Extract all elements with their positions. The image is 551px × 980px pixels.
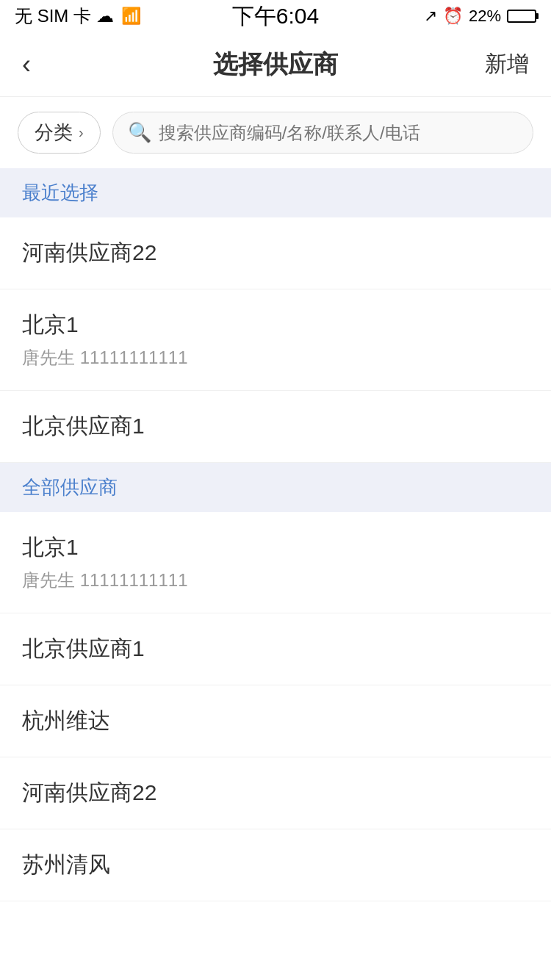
status-right: ↗ ⏰ 22%	[424, 7, 536, 26]
recent-section-header: 最近选择	[0, 168, 551, 217]
item-name: 杭州维达	[22, 706, 529, 736]
filter-bar: 分类 › 🔍	[0, 97, 551, 168]
alarm-icon: ⏰	[443, 7, 463, 26]
sim-label: 无 SIM 卡 ☁	[15, 4, 114, 28]
location-icon: ↗	[424, 7, 437, 26]
search-input[interactable]	[159, 123, 518, 143]
list-item[interactable]: 苏州清风	[0, 829, 551, 901]
list-item[interactable]: 北京1唐先生 11111111111	[0, 289, 551, 391]
list-item[interactable]: 北京1唐先生 11111111111	[0, 512, 551, 613]
item-name: 河南供应商22	[22, 778, 529, 808]
search-bar[interactable]: 🔍	[112, 112, 533, 154]
list-item[interactable]: 河南供应商22	[0, 757, 551, 829]
page-title: 选择供应商	[213, 48, 338, 82]
wifi-icon: 📶	[121, 7, 141, 26]
back-button[interactable]: ‹	[22, 49, 66, 80]
list-item[interactable]: 杭州维达	[0, 685, 551, 757]
status-left: 无 SIM 卡 ☁ 📶	[15, 4, 141, 28]
item-name: 北京供应商1	[22, 411, 529, 442]
chevron-right-icon: ›	[79, 124, 84, 141]
add-button[interactable]: 新增	[485, 49, 529, 79]
battery-percent: 22%	[469, 7, 501, 26]
status-time: 下午6:04	[232, 1, 319, 32]
item-name: 北京1	[22, 533, 529, 563]
battery-icon	[507, 10, 536, 23]
all-section-label: 全部供应商	[22, 476, 118, 498]
all-list: 北京1唐先生 11111111111北京供应商1杭州维达河南供应商22苏州清风	[0, 512, 551, 901]
recent-section-label: 最近选择	[22, 181, 98, 203]
status-bar: 无 SIM 卡 ☁ 📶 下午6:04 ↗ ⏰ 22%	[0, 0, 551, 32]
category-button[interactable]: 分类 ›	[18, 112, 101, 154]
item-name: 苏州清风	[22, 850, 529, 880]
item-name: 北京1	[22, 310, 529, 340]
category-label: 分类	[35, 120, 73, 145]
search-icon: 🔍	[128, 121, 151, 144]
list-item[interactable]: 河南供应商22	[0, 217, 551, 289]
all-section-header: 全部供应商	[0, 463, 551, 512]
nav-bar: ‹ 选择供应商 新增	[0, 32, 551, 97]
item-sub: 唐先生 11111111111	[22, 569, 529, 592]
item-sub: 唐先生 11111111111	[22, 346, 529, 370]
item-name: 北京供应商1	[22, 634, 529, 664]
item-name: 河南供应商22	[22, 238, 529, 268]
list-item[interactable]: 北京供应商1	[0, 613, 551, 685]
recent-list: 河南供应商22北京1唐先生 11111111111北京供应商1	[0, 217, 551, 463]
list-item[interactable]: 北京供应商1	[0, 391, 551, 463]
